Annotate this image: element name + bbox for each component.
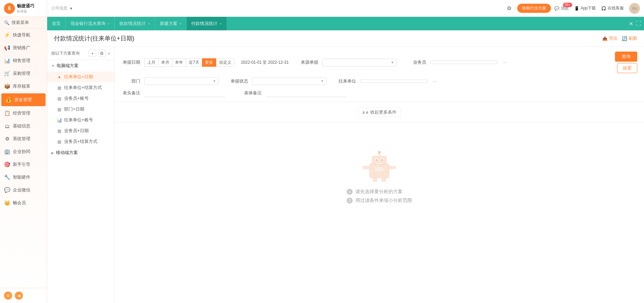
sidebar-item-basic[interactable]: 🗂 基础信息 xyxy=(0,120,47,132)
sidebar-item-system[interactable]: ⚙ 系统管理 xyxy=(0,132,47,145)
search-menu[interactable]: 🔍 搜索菜单 xyxy=(0,17,47,29)
date-btn-more[interactable]: 更多 xyxy=(202,58,216,67)
user-avatar[interactable]: Rit xyxy=(629,3,640,14)
sidebar-item-quick-nav[interactable]: ⚡ 快捷导航 xyxy=(0,29,47,41)
scheme-item-staff-account[interactable]: ▦ 业务员+账号 xyxy=(47,93,114,104)
trial-btn[interactable]: 体验行业方案 xyxy=(517,4,551,13)
tab-close-new-scheme[interactable]: × xyxy=(179,22,181,26)
dept-label: 部门 xyxy=(121,78,140,84)
empty-icon xyxy=(359,150,400,183)
expand-tab-btn[interactable]: ⛶ xyxy=(636,21,641,27)
scheme-item-partner-settlement[interactable]: ▦ 往来单位+结算方式 xyxy=(47,82,114,93)
tab-close-payment-stats[interactable]: × xyxy=(219,22,222,26)
nav-label-purchase: 采购管理 xyxy=(13,70,30,77)
partner-input[interactable] xyxy=(360,80,428,83)
sidebar-item-marketing[interactable]: 📢 营销推广 xyxy=(0,41,47,54)
svg-rect-10 xyxy=(389,166,396,169)
collapse-up-icon: ∧∧ xyxy=(362,110,369,115)
tab-receive-stats[interactable]: 收款情况统计× xyxy=(115,17,155,30)
staff-dots-btn[interactable]: ··· xyxy=(503,60,507,65)
staff-input[interactable] xyxy=(430,61,498,64)
collapse-conditions-row: ∧∧ 收起更多条件 xyxy=(115,102,644,123)
doc-status-select[interactable]: ▾ xyxy=(252,77,326,85)
footer-collapse-btn[interactable]: ◀ xyxy=(15,292,23,300)
tab-home[interactable]: 首页 xyxy=(47,17,66,30)
scheme-icon-partner-account: 📊 xyxy=(57,117,62,123)
tab-bank-flow[interactable]: 现金银行流水查询× xyxy=(66,17,115,30)
source-select[interactable]: ▾ xyxy=(322,59,397,66)
sidebar-item-purchase[interactable]: 🛒 采购管理 xyxy=(0,67,47,80)
scheme-label-dept-date: 部门+日期 xyxy=(64,106,84,112)
empty-state: 1 请先选择要分析的方案 2 用过滤条件来缩小分析范围 xyxy=(115,123,644,233)
scheme-group-desktop: ▼电脑端方案 ● 往来单位+日期 ▦ 往来单位+结算方式 ▦ 业务员+账号 ▦ … xyxy=(47,60,114,147)
source-dropdown-icon: ▾ xyxy=(391,60,393,65)
nav-icon-capital: 💰 xyxy=(5,97,11,103)
messages-btn[interactable]: 💬 消息 99+ xyxy=(554,5,569,11)
query-btn[interactable]: 查询 xyxy=(615,52,637,62)
tab-label-new-scheme: 新建方案 xyxy=(160,21,177,27)
scheme-icon-dept-date: ▦ xyxy=(57,107,62,112)
sidebar-item-guide[interactable]: 🎯 新手引导 xyxy=(0,158,47,171)
scheme-item-partner-date[interactable]: ● 往来单位+日期 xyxy=(47,71,114,82)
refresh-icon: 🔄 xyxy=(622,36,627,41)
body-note-label: 表体备注 xyxy=(243,90,262,96)
scheme-item-staff-date[interactable]: ▦ 业务员+日期 xyxy=(47,125,114,136)
scheme-item-partner-account[interactable]: 📊 往来单位+账号 xyxy=(47,115,114,125)
scheme-item-dept-date[interactable]: ▦ 部门+日期 xyxy=(47,104,114,115)
sidebar-item-capital[interactable]: 💰 资金管理 xyxy=(1,93,46,106)
nav-label-operation: 经营管理 xyxy=(13,110,30,116)
date-btn-this-year[interactable]: 本年 xyxy=(172,58,186,67)
add-scheme-btn[interactable]: + xyxy=(89,50,96,57)
scheme-group-header-mobile[interactable]: ▶移动端方案 xyxy=(47,147,114,158)
date-btn-custom[interactable]: 自定义 xyxy=(216,58,234,67)
scheme-label-partner-settlement: 往来单位+结算方式 xyxy=(64,85,102,91)
nav-label-enterprise: 企业协同 xyxy=(13,149,30,155)
right-panel: 单据日期 上月本月本年近7天更多自定义 2022-01-01 至 2022-12… xyxy=(115,47,644,303)
tab-close-bank-flow[interactable]: × xyxy=(108,22,110,26)
body-note-input[interactable] xyxy=(266,89,347,97)
refresh-btn[interactable]: 🔄 刷新 xyxy=(622,35,637,41)
company-dropdown[interactable]: ▾ xyxy=(70,6,72,11)
online-service-btn[interactable]: 🎧 在线客服 xyxy=(601,5,624,11)
logo-icon: 6 xyxy=(4,3,15,14)
sidebar-item-hardware[interactable]: 🔧 智能硬件 xyxy=(0,171,47,184)
sidebar-item-member[interactable]: 👑 畅会员 xyxy=(0,196,47,209)
tab-close-receive-stats[interactable]: × xyxy=(148,22,150,26)
nav-label-wechat: 企业微信 xyxy=(13,187,30,193)
sidebar-item-wechat[interactable]: 💬 企业微信 xyxy=(0,184,47,196)
svg-rect-8 xyxy=(376,163,383,164)
group-arrow-mobile: ▶ xyxy=(51,151,54,155)
date-btn-last-month[interactable]: 上月 xyxy=(144,58,158,67)
header-note-input[interactable] xyxy=(144,89,225,97)
nav-icon-member: 👑 xyxy=(4,200,10,206)
filter-settings-btn[interactable]: 设置 xyxy=(617,63,637,73)
dept-dropdown-icon: ▾ xyxy=(213,79,215,83)
tab-payment-stats[interactable]: 付款情况统计× xyxy=(186,17,227,30)
close-all-tabs-btn[interactable]: ✕ xyxy=(629,21,633,27)
date-label: 单据日期 xyxy=(121,59,140,65)
tab-new-scheme[interactable]: 新建方案× xyxy=(155,17,186,30)
panel-collapse-btn[interactable]: « xyxy=(108,51,110,56)
scheme-item-staff-settlement[interactable]: ▦ 业务员+结算方式 xyxy=(47,136,114,147)
date-btn-this-month[interactable]: 本月 xyxy=(158,58,172,67)
scheme-settings-btn[interactable]: ⚙ xyxy=(98,50,106,57)
sidebar-item-inventory[interactable]: 📦 库存核算 xyxy=(0,80,47,93)
partner-dots-btn[interactable]: ··· xyxy=(433,79,437,84)
export-btn[interactable]: 📤 导出 xyxy=(602,35,618,41)
filter-area: 单据日期 上月本月本年近7天更多自定义 2022-01-01 至 2022-12… xyxy=(115,47,644,102)
scheme-label-partner-account: 往来单位+账号 xyxy=(64,117,93,123)
app-download-btn[interactable]: 📱 App下载 xyxy=(574,5,596,11)
scheme-group-header-desktop[interactable]: ▼电脑端方案 xyxy=(47,60,114,71)
doc-status-dropdown-icon: ▾ xyxy=(321,79,323,83)
topbar-settings-btn[interactable]: ⚙ xyxy=(504,4,514,13)
sidebar-item-sales[interactable]: 📊 销售管理 xyxy=(0,54,47,67)
dept-select[interactable]: ▾ xyxy=(144,77,218,85)
collapse-conditions-btn[interactable]: ∧∧ 收起更多条件 xyxy=(358,108,401,117)
scheme-label-staff-account: 业务员+账号 xyxy=(64,95,89,101)
footer-settings-btn[interactable]: ⚙ xyxy=(4,292,12,300)
nav-icon-operation: 📋 xyxy=(4,110,10,116)
scheme-icon-partner-settlement: ▦ xyxy=(57,85,62,90)
date-btn-last-7[interactable]: 近7天 xyxy=(186,58,202,67)
sidebar-item-operation[interactable]: 📋 经营管理 xyxy=(0,107,47,120)
sidebar-item-enterprise[interactable]: 🏢 企业协同 xyxy=(0,145,47,158)
